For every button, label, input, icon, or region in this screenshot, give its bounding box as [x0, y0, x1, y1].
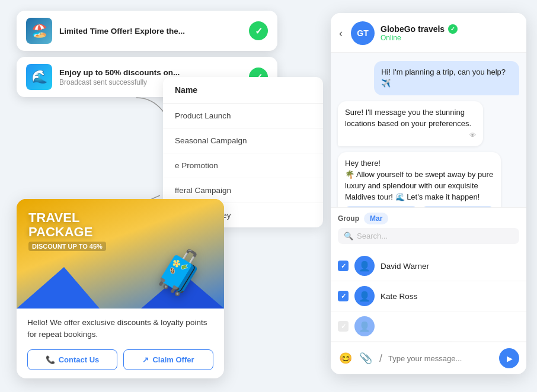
- chat-header: ‹ GT GlobeGo travels Online: [331, 13, 526, 53]
- send-button[interactable]: [499, 348, 519, 368]
- table-row[interactable]: Seasonal Campaign: [163, 128, 323, 153]
- notif-card-1[interactable]: 🏖️ Limited Time Offer! Explore the...: [17, 11, 277, 51]
- travel-card: TRAVELPACKAGE DISCOUNT UP TO 45% 🧳 Hello…: [17, 199, 224, 378]
- contact-check-3[interactable]: [338, 321, 349, 332]
- chat-header-info: GlobeGo travels Online: [381, 24, 518, 42]
- contact-item-3[interactable]: [331, 311, 526, 342]
- back-button[interactable]: ‹: [339, 27, 345, 40]
- contact-name-1: David Warner: [381, 262, 429, 271]
- notif-check-1: [249, 21, 268, 40]
- contact-check-2[interactable]: [338, 291, 349, 301]
- filter-row: Group Mar: [338, 213, 519, 224]
- table-row[interactable]: Product Launch: [163, 104, 323, 128]
- contact-us-button[interactable]: 📞 Contact Us: [27, 349, 117, 370]
- travel-description: Hello! We offer exclusive discounts & lo…: [27, 317, 213, 341]
- banner-text: TRAVELPACKAGE DISCOUNT UP TO 45%: [28, 211, 106, 251]
- search-icon: 🔍: [344, 232, 353, 240]
- contact-name-2: Kate Ross: [381, 292, 417, 301]
- chat-name: GlobeGo travels: [381, 24, 445, 34]
- chat-input-bar: 😊 📎 /: [331, 342, 526, 374]
- chat-name-row: GlobeGo travels: [381, 24, 518, 34]
- slash-icon[interactable]: /: [378, 351, 383, 366]
- read-receipt: 👁: [345, 131, 476, 140]
- filter-label: Group: [338, 214, 359, 223]
- chat-filter-area: Group Mar 🔍 Search...: [331, 207, 526, 251]
- mountain-left: [17, 267, 100, 309]
- message-in-2: Hey there!🌴 Allow yourself to be swept a…: [338, 152, 501, 207]
- chat-avatar: GT: [351, 21, 375, 45]
- contact-list: David Warner Kate Ross: [331, 251, 526, 342]
- chat-status: Online: [381, 34, 518, 42]
- message-text: Hey there!🌴 Allow yourself to be swept a…: [345, 159, 493, 201]
- filter-tag[interactable]: Mar: [364, 213, 388, 224]
- travel-banner: TRAVELPACKAGE DISCOUNT UP TO 45% 🧳: [17, 199, 224, 309]
- luggage-icon: 🧳: [153, 248, 206, 298]
- contact-avatar-1: [354, 256, 375, 276]
- table-row[interactable]: e Promotion: [163, 153, 323, 178]
- notif-title-2: Enjoy up to 50% discounts on...: [59, 68, 237, 77]
- phone-icon: 📞: [46, 355, 55, 364]
- chat-messages[interactable]: Hi! I'm planning a trip, can you help? ✈…: [331, 53, 526, 207]
- contact-check-1[interactable]: [338, 261, 349, 271]
- contact-avatar-3: [354, 316, 375, 336]
- notif-title-1: Limited Time Offer! Explore the...: [59, 27, 237, 36]
- notif-text-1: Limited Time Offer! Explore the...: [59, 27, 242, 36]
- message-in-1: Sure! I'll message you the stunning loca…: [338, 101, 483, 147]
- message-text: Sure! I'll message you the stunning loca…: [345, 108, 471, 128]
- attachment-icon[interactable]: 📎: [358, 351, 373, 366]
- notif-thumb-2: 🌊: [26, 64, 52, 90]
- search-bar[interactable]: 🔍 Search...: [338, 228, 519, 244]
- verified-badge: [448, 24, 458, 34]
- travel-title: TRAVELPACKAGE: [28, 211, 106, 239]
- contact-item-2[interactable]: Kate Ross: [331, 281, 526, 311]
- emoji-icon[interactable]: 😊: [338, 351, 353, 366]
- contact-item-1[interactable]: David Warner: [331, 251, 526, 281]
- claim-offer-button[interactable]: ↗ Claim Offer: [123, 349, 213, 370]
- contact-label: Contact Us: [59, 355, 100, 364]
- chat-window: ‹ GT GlobeGo travels Online Hi! I'm plan…: [331, 13, 526, 374]
- table-header: Name: [163, 77, 323, 104]
- action-buttons: 📞 Contact Us ↗ Claim Offer: [27, 349, 213, 370]
- external-link-icon: ↗: [142, 355, 149, 364]
- message-input[interactable]: [388, 354, 494, 363]
- contact-avatar-2: [354, 286, 375, 306]
- message-text: Hi! I'm planning a trip, can you help? ✈…: [381, 68, 506, 88]
- claim-label: Claim Offer: [152, 355, 194, 364]
- travel-body: Hello! We offer exclusive discounts & lo…: [17, 309, 224, 378]
- message-out-1: Hi! I'm planning a trip, can you help? ✈…: [374, 61, 519, 95]
- notif-thumb-1: 🏖️: [26, 18, 52, 44]
- search-placeholder: Search...: [357, 232, 388, 240]
- travel-discount: DISCOUNT UP TO 45%: [28, 242, 106, 251]
